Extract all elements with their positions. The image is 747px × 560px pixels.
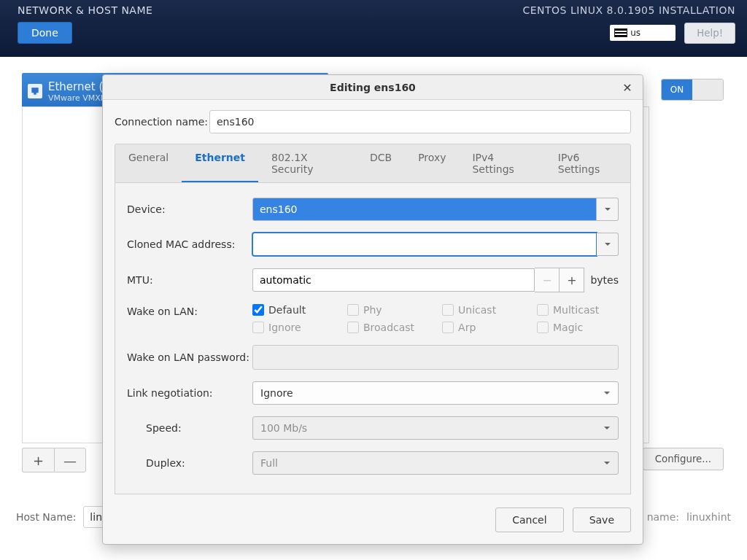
wol-unicast[interactable]: Unicast [442,304,524,316]
mtu-unit: bytes [590,274,619,286]
cloned-mac-dropdown[interactable] [597,233,619,256]
page-title: NETWORK & HOST NAME [18,4,152,16]
wol-password-input [252,345,619,370]
duplex-label: Duplex: [127,457,252,469]
chevron-down-icon [603,424,611,432]
dialog-titlebar: Editing ens160 ✕ [103,75,643,100]
hostname-label: Host Name: [16,511,76,523]
add-remove-interface: + — [22,448,86,472]
wol-ignore[interactable]: Ignore [252,322,334,333]
connection-name-label: Connection name: [115,116,209,128]
tab-general[interactable]: General [115,144,182,182]
toggle-knob [692,79,723,100]
chevron-down-icon [603,459,611,467]
device-combo-dropdown[interactable] [597,198,619,221]
tab-ipv6[interactable]: IPv6 Settings [545,144,630,182]
edit-connection-dialog: Editing ens160 ✕ Connection name: Genera… [102,74,643,545]
save-button[interactable]: Save [573,508,631,532]
link-negotiation-label: Link negotiation: [127,387,252,399]
toggle-on-label: ON [662,79,692,100]
cancel-button[interactable]: Cancel [495,508,563,532]
connection-name-input[interactable] [209,110,631,133]
installer-header: NETWORK & HOST NAME CENTOS LINUX 8.0.190… [0,0,747,57]
tab-ethernet[interactable]: Ethernet [182,144,258,182]
mtu-decrement-button: − [535,268,560,292]
speed-label: Speed: [127,422,252,434]
tab-dcb[interactable]: DCB [357,144,405,182]
device-label: Device: [127,203,252,215]
dialog-close-button[interactable]: ✕ [619,79,635,96]
duplex-select: Full [252,451,619,475]
done-button[interactable]: Done [18,22,72,44]
tab-panel-ethernet: Device: Cloned MAC address: [115,183,631,494]
add-interface-button[interactable]: + [22,448,54,472]
wol-magic[interactable]: Magic [537,322,619,333]
close-icon: ✕ [622,81,632,95]
interface-on-toggle[interactable]: ON [661,79,724,101]
ethernet-icon [28,84,42,98]
mtu-label: MTU: [127,274,252,286]
remove-interface-button[interactable]: — [54,448,86,472]
wol-arp[interactable]: Arp [442,322,524,333]
keyboard-indicator[interactable]: us [610,25,676,41]
keyboard-flag-icon [614,28,627,37]
keyboard-layout-label: us [630,28,640,38]
distro-title: CENTOS LINUX 8.0.1905 INSTALLATION [522,4,735,16]
wol-password-label: Wake on LAN password: [127,351,252,363]
tab-8021x[interactable]: 802.1X Security [258,144,357,182]
chevron-down-icon [603,389,611,397]
tab-proxy[interactable]: Proxy [405,144,459,182]
current-hostname-value: linuxhint [686,511,731,523]
wol-phy[interactable]: Phy [347,304,429,316]
wol-multicast[interactable]: Multicast [537,304,619,316]
device-combo-input[interactable] [252,198,597,221]
dialog-title: Editing ens160 [330,82,416,93]
wol-default[interactable]: Default [252,304,334,316]
cloned-mac-input[interactable] [252,233,597,256]
mtu-input[interactable] [252,268,535,292]
mtu-increment-button[interactable]: + [560,268,584,292]
chevron-down-icon [604,241,611,248]
help-button[interactable]: Help! [684,23,735,44]
wol-broadcast[interactable]: Broadcast [347,322,429,333]
dialog-tabs: General Ethernet 802.1X Security DCB Pro… [115,144,631,183]
link-negotiation-select[interactable]: Ignore [252,381,619,405]
chevron-down-icon [604,206,611,213]
wol-label: Wake on LAN: [127,304,252,317]
configure-button[interactable]: Configure... [643,448,724,470]
cloned-mac-label: Cloned MAC address: [127,238,252,250]
tab-ipv4[interactable]: IPv4 Settings [459,144,544,182]
speed-select: 100 Mb/s [252,416,619,440]
